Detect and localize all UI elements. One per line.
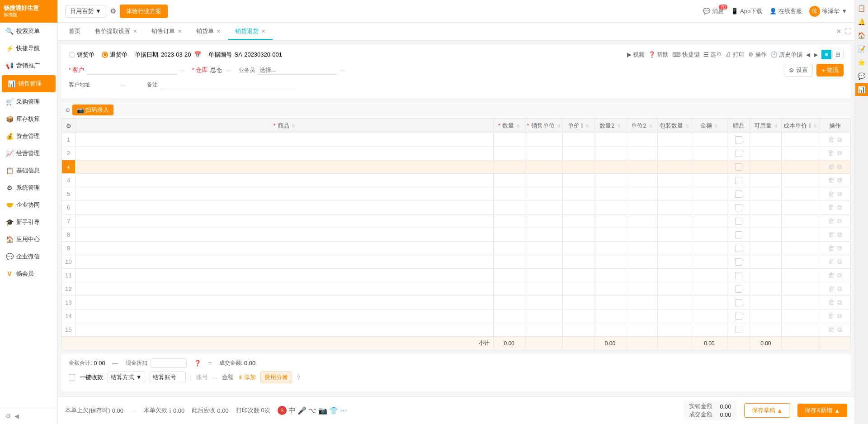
gift-checkbox-12[interactable] [735, 286, 742, 293]
copy-row-6[interactable]: ⧉ [837, 204, 842, 211]
prev-btn[interactable]: ◀ [806, 52, 810, 58]
delete-row-2[interactable]: 🗑 [828, 149, 835, 157]
sidebar-item-quicknav[interactable]: ⚡ 快捷导航 [0, 40, 57, 57]
copy-row-7[interactable]: ⧉ [837, 217, 842, 225]
fee-help-icon[interactable]: ? [297, 374, 300, 381]
goods-input-active[interactable] [77, 163, 491, 170]
row-gift-1[interactable] [727, 133, 750, 147]
right-icon-3[interactable]: 📝 [855, 43, 868, 55]
tab-sales-order-close[interactable]: ✕ [178, 29, 182, 34]
copy-row-14[interactable]: ⧉ [837, 312, 842, 320]
gift-checkbox-7[interactable] [735, 218, 742, 225]
goods-sort[interactable]: ⇅ [292, 124, 295, 129]
sidebar-item-system[interactable]: ⚙ 系统管理 [0, 179, 57, 196]
col-gear[interactable]: ⚙ [62, 119, 75, 133]
history-btn[interactable]: 🕐 历史单据 [770, 51, 802, 59]
copy-row-8[interactable]: ⧉ [837, 231, 842, 238]
video-btn[interactable]: ▶ 视频 [627, 51, 645, 59]
sidebar-item-finance[interactable]: 💰 资金管理 [0, 128, 57, 145]
sidebar-item-guide[interactable]: 🎓 新手引导 [0, 214, 57, 231]
collapse-icon[interactable]: ◀ [14, 413, 19, 419]
grid-view-btn[interactable]: ⊞ [832, 50, 844, 59]
tab-home[interactable]: 首页 [61, 24, 88, 40]
delete-row-14[interactable]: 🗑 [828, 312, 835, 320]
s-icon[interactable]: S [278, 406, 287, 415]
gift-checkbox-15[interactable] [735, 326, 742, 333]
cost-tip-icon[interactable]: ℹ [809, 122, 811, 129]
delete-row-4[interactable]: 🗑 [828, 176, 835, 184]
copy-row-11[interactable]: ⧉ [837, 272, 842, 279]
gift-checkbox-8[interactable] [735, 231, 742, 238]
save-new-btn[interactable]: 保存&新增 ▲ [797, 404, 847, 417]
settings-side-btn[interactable]: ⚙ 设置 [784, 64, 813, 76]
row-price-1[interactable] [562, 133, 594, 147]
topbar-gear-icon[interactable]: ⚙ [110, 7, 116, 15]
gift-checkbox-10[interactable] [735, 258, 742, 266]
next-btn[interactable]: ▶ [814, 52, 818, 58]
save-draft-btn[interactable]: 保存草稿 ▲ [744, 403, 791, 418]
gift-checkbox-5[interactable] [735, 191, 742, 198]
row-goods-1[interactable] [75, 133, 494, 147]
right-icon-4[interactable]: ⭐ [855, 56, 868, 69]
voice-icon[interactable]: 🎤 [297, 406, 307, 415]
gift-checkbox-13[interactable] [735, 299, 742, 306]
warehouse-dots[interactable]: ··· [226, 67, 231, 74]
radio-sales[interactable]: 销货单 [69, 51, 94, 59]
delete-row-13[interactable]: 🗑 [828, 299, 835, 306]
row-qty2-1[interactable] [594, 133, 626, 147]
price-tip-icon[interactable]: ℹ [581, 122, 583, 129]
delete-row-10[interactable]: 🗑 [828, 258, 835, 266]
one-key-collect-checkbox[interactable] [69, 374, 75, 381]
delete-row-8[interactable]: 🗑 [828, 231, 835, 238]
qty-sort[interactable]: ⇅ [516, 124, 520, 129]
experience-btn[interactable]: 体验行业方案 [120, 5, 168, 18]
shirt-icon[interactable]: 👕 [329, 406, 338, 415]
tab-price-extract[interactable]: 售价提取设置 ✕ [88, 24, 144, 40]
sidebar-item-basic[interactable]: 📋 基础信息 [0, 162, 57, 179]
copy-row-2[interactable]: ⧉ [837, 149, 842, 157]
gift-checkbox-4[interactable] [735, 177, 742, 184]
row-avail-1[interactable] [750, 133, 782, 147]
delete-row-7[interactable]: 🗑 [828, 217, 835, 225]
delete-row-5[interactable]: 🗑 [828, 190, 835, 198]
sidebar-item-appcenter[interactable]: 🏠 应用中心 [0, 231, 57, 248]
saleunit-sort[interactable]: ⇅ [557, 124, 561, 129]
copy-row-15[interactable]: ⧉ [837, 326, 842, 333]
right-icon-0[interactable]: 📋 [855, 2, 868, 14]
sidebar-item-wechat[interactable]: 💬 企业微信 [0, 248, 57, 265]
row-pack-1[interactable] [657, 133, 691, 147]
gift-checkbox-2[interactable] [735, 150, 742, 157]
screen-icon[interactable]: ⌥ [308, 406, 316, 415]
address-dots[interactable]: ··· [120, 81, 125, 88]
sidebar-item-purchase[interactable]: 🛒 采购管理 [0, 93, 57, 110]
delete-row-11[interactable]: 🗑 [828, 272, 835, 279]
sidebar-item-inventory[interactable]: 📦 库存核算 [0, 110, 57, 128]
app-download-btn[interactable]: 📱 App下载 [731, 7, 762, 15]
online-service-btn[interactable]: 👤 在线客服 [769, 7, 802, 15]
pack-sort[interactable]: ⇅ [685, 124, 689, 129]
fee-split-btn[interactable]: 费用分摊 [260, 372, 292, 383]
gift-checkbox-14[interactable] [735, 313, 742, 320]
amount-sort[interactable]: ⇅ [714, 124, 718, 129]
copy-row-3[interactable]: ⧉ [837, 163, 842, 171]
staff-dots[interactable]: ··· [340, 67, 345, 74]
copy-row-4[interactable]: ⧉ [837, 176, 842, 184]
tab-close-all-icon[interactable]: ✕ [836, 28, 841, 35]
tab-price-extract-close[interactable]: ✕ [133, 29, 137, 34]
tab-fullscreen-icon[interactable]: ⛶ [845, 28, 851, 35]
industry-selector[interactable]: 日用百货 ▼ [65, 5, 106, 18]
discount-input[interactable] [151, 358, 187, 368]
tab-sales-order[interactable]: 销售订单 ✕ [144, 24, 189, 40]
remark-input[interactable] [160, 80, 296, 89]
row-amount-1[interactable] [691, 133, 727, 147]
sidebar-item-member[interactable]: V 畅会员 [0, 265, 57, 282]
chinese-input-icon[interactable]: 中 [288, 406, 296, 415]
customer-input[interactable] [87, 66, 177, 75]
row-cost-1[interactable] [782, 133, 819, 147]
table-gear-icon[interactable]: ⚙ [65, 107, 71, 114]
copy-row-12[interactable]: ⧉ [837, 285, 842, 293]
operate-btn[interactable]: ⚙ 操作 [748, 51, 767, 59]
cost-sort[interactable]: ⇅ [813, 124, 817, 129]
shortcut-btn[interactable]: ⌨ 快捷键 [672, 51, 700, 59]
calendar-icon[interactable]: 📅 [194, 51, 201, 58]
